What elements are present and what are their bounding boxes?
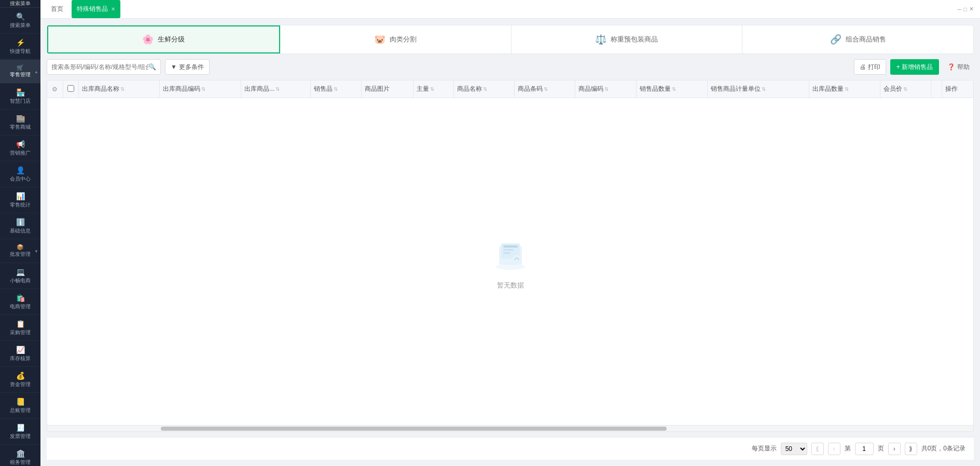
tab-home[interactable]: 首页 xyxy=(47,0,67,18)
col-checkbox[interactable] xyxy=(63,80,78,98)
page-last-button[interactable]: ⟫ xyxy=(905,443,917,455)
sort-icon[interactable]: ⇅ xyxy=(762,86,766,92)
minimize-icon[interactable]: ─ xyxy=(958,6,962,12)
sort-icon[interactable]: ⇅ xyxy=(275,86,280,92)
invoice-icon: 🧾 xyxy=(16,423,25,432)
sidebar-item-invoice[interactable]: 🧾 发票管理 xyxy=(0,419,40,445)
purchase-icon: 📋 xyxy=(16,320,25,328)
sort-icon[interactable]: ⇅ xyxy=(845,86,849,92)
scrollbar-thumb[interactable] xyxy=(161,427,667,431)
col-outbound-name-label: 出库商品名称 xyxy=(82,85,119,92)
search-input[interactable] xyxy=(51,63,148,71)
marketing-icon: 📢 xyxy=(16,140,25,148)
total-text: 共0页，0条记录 xyxy=(921,444,965,453)
page-first-button[interactable]: ⟪ xyxy=(811,443,824,455)
page-size-select[interactable]: 50 10 20 100 xyxy=(781,443,807,455)
sidebar-item-search[interactable]: 🔍 搜索菜单 xyxy=(0,8,40,34)
weigh-icon: ⚖️ xyxy=(595,34,606,45)
sidebar-item-label: 零售管理 xyxy=(10,71,31,78)
page-prev-button[interactable]: ‹ xyxy=(828,443,840,455)
sidebar-item-label: 发票管理 xyxy=(10,433,31,440)
retail-mgmt-icon: 🛒 xyxy=(17,64,24,71)
sidebar-item-label: 零售统计 xyxy=(10,201,31,209)
help-label: 帮助 xyxy=(957,63,970,72)
print-button[interactable]: 🖨 打印 xyxy=(854,59,886,75)
sidebar-logo: 搜索菜单 xyxy=(0,0,40,8)
ecommerce-icon: 💻 xyxy=(16,268,25,276)
page-label-before: 第 xyxy=(845,444,851,453)
cat-tab-fresh[interactable]: 🌸 生鲜分级 xyxy=(47,25,280,53)
toolbar-left: 🔍 ▼ 更多条件 xyxy=(47,59,210,75)
sidebar-item-quicknav[interactable]: ⚡ 快捷导航 xyxy=(0,34,40,60)
search-box[interactable]: 🔍 xyxy=(47,59,161,75)
col-barcode-label: 商品条码 xyxy=(518,85,543,92)
sidebar-item-smart-store[interactable]: 🏪 智慧门店 xyxy=(0,84,40,109)
sidebar-item-ecommerce-mgmt[interactable]: 🛍️ 电商管理 xyxy=(0,289,40,315)
cat-tab-meat-label: 肉类分割 xyxy=(390,35,417,44)
add-button[interactable]: + 新增销售品 xyxy=(890,59,939,75)
sidebar-logo-text: 搜索菜单 xyxy=(10,0,31,7)
cat-tab-meat[interactable]: 🐷 肉类分割 xyxy=(280,25,512,53)
sidebar-item-retail-stats[interactable]: 📊 零售统计 xyxy=(0,187,40,213)
svg-rect-5 xyxy=(503,252,510,254)
pagination: 每页显示 50 10 20 100 ⟪ ‹ 第 页 › ⟫ 共0页，0条记录 xyxy=(47,437,974,460)
tab-close-icon[interactable]: ✕ xyxy=(111,6,115,12)
cat-tab-combo[interactable]: 🔗 组合商品销售 xyxy=(742,25,973,53)
horizontal-scrollbar[interactable] xyxy=(47,425,973,431)
sidebar-item-label: 批发管理 xyxy=(10,251,31,258)
sidebar-item-ecommerce[interactable]: 💻 小畅电商 xyxy=(0,263,40,289)
col-outbound-more: 出库商品...⇅ xyxy=(241,80,311,98)
page-next-button[interactable]: › xyxy=(888,443,901,455)
sidebar-item-label: 智慧门店 xyxy=(10,98,31,105)
sort-icon[interactable]: ⇅ xyxy=(672,86,676,92)
search-menu-icon: 🔍 xyxy=(16,12,25,21)
sort-icon[interactable]: ⇅ xyxy=(544,86,548,92)
sort-icon[interactable]: ⇅ xyxy=(334,86,338,92)
col-gear[interactable]: ⚙ xyxy=(47,80,63,98)
basic-info-icon: ℹ️ xyxy=(16,218,25,226)
col-product-name: 商品名称⇅ xyxy=(453,80,514,98)
sidebar-item-ledger[interactable]: 📒 总账管理 xyxy=(0,393,40,419)
page-input[interactable] xyxy=(855,443,874,455)
sort-icon[interactable]: ⇅ xyxy=(430,86,434,92)
col-sales-item-label: 销售品 xyxy=(314,85,333,92)
sidebar: 搜索菜单 🔍 搜索菜单 ⚡ 快捷导航 🛒 零售管理 ▲ 🏪 智慧门店 🏬 零售商… xyxy=(0,0,40,466)
close-window-icon[interactable]: ✕ xyxy=(969,6,974,12)
sort-icon[interactable]: ⇅ xyxy=(903,86,907,92)
sidebar-item-wholesale[interactable]: 📦 批发管理 ▼ xyxy=(0,239,40,263)
col-sales-unit: 销售商品计量单位⇅ xyxy=(707,80,809,98)
table-wrapper: ⚙ 出库商品名称⇅ 出库商品编码⇅ 出库商品...⇅ 销售品⇅ 商品图片 主量⇅… xyxy=(47,80,974,432)
sort-icon[interactable]: ⇅ xyxy=(604,86,609,92)
ecommerce-mgmt-icon: 🛍️ xyxy=(16,294,25,302)
retail-stats-icon: 📊 xyxy=(16,192,25,200)
tab-special-sales[interactable]: 特殊销售品 ✕ xyxy=(72,0,120,18)
sidebar-item-retail-mgmt[interactable]: 🛒 零售管理 ▲ xyxy=(0,60,40,84)
sidebar-item-purchase[interactable]: 📋 采购管理 xyxy=(0,315,40,341)
cat-tab-weigh[interactable]: ⚖️ 称重预包装商品 xyxy=(512,25,743,53)
sidebar-item-label: 营销推广 xyxy=(10,149,31,157)
help-button[interactable]: ❓ 帮助 xyxy=(943,59,974,75)
retail-mall-icon: 🏬 xyxy=(16,114,25,122)
sort-icon[interactable]: ⇅ xyxy=(201,86,205,92)
cat-tab-fresh-label: 生鲜分级 xyxy=(158,35,185,44)
sidebar-item-marketing[interactable]: 📢 营销推广 xyxy=(0,135,40,161)
filter-button[interactable]: ▼ 更多条件 xyxy=(165,59,210,75)
sidebar-item-label: 总账管理 xyxy=(10,407,31,414)
col-outbound-qty: 出库品数量⇅ xyxy=(809,80,880,98)
sort-icon[interactable]: ⇅ xyxy=(483,86,487,92)
filter-label: 更多条件 xyxy=(179,63,204,72)
sidebar-item-tax[interactable]: 🏛️ 税务管理 xyxy=(0,445,40,466)
sidebar-item-label: 小畅电商 xyxy=(10,277,31,284)
sidebar-item-basic-info[interactable]: ℹ️ 基础信息 xyxy=(0,213,40,239)
add-label: + 新增销售品 xyxy=(896,63,933,72)
sidebar-item-inventory[interactable]: 📈 库存核算 xyxy=(0,341,40,367)
sort-icon[interactable]: ⇅ xyxy=(120,86,125,92)
sidebar-item-finance[interactable]: 💰 资金管理 xyxy=(0,367,40,393)
sidebar-item-member[interactable]: 👤 会员中心 xyxy=(0,161,40,187)
select-all-checkbox[interactable] xyxy=(67,85,74,92)
table-header: ⚙ 出库商品名称⇅ 出库商品编码⇅ 出库商品...⇅ 销售品⇅ 商品图片 主量⇅… xyxy=(47,80,973,98)
sidebar-item-retail-mall[interactable]: 🏬 零售商城 xyxy=(0,109,40,135)
maximize-icon[interactable]: □ xyxy=(963,6,967,12)
sidebar-item-label: 电商管理 xyxy=(10,303,31,310)
page-content: 🌸 生鲜分级 🐷 肉类分割 ⚖️ 称重预包装商品 🔗 组合商品销售 🔍 xyxy=(40,19,980,466)
